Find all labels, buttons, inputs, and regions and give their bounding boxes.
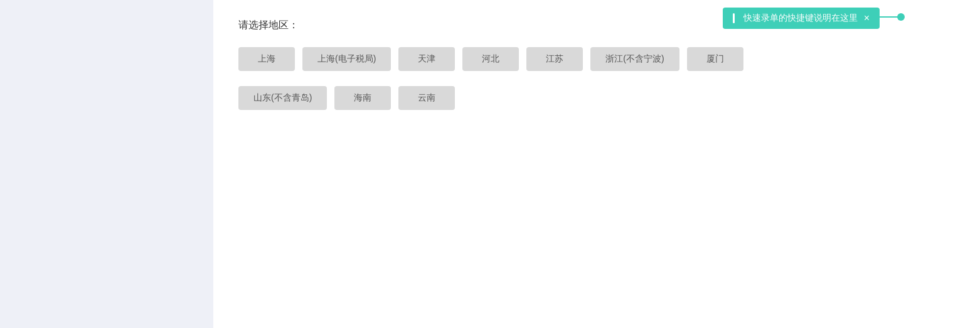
region-btn-hebei[interactable]: 河北	[462, 47, 519, 71]
region-buttons: 上海上海(电子税局)天津河北江苏浙江(不含宁波)厦门 山东(不含青岛)海南云南	[238, 47, 955, 110]
region-btn-shandong[interactable]: 山东(不含青岛)	[238, 86, 327, 110]
region-btn-zhejiang[interactable]: 浙江(不含宁波)	[590, 47, 679, 71]
tooltip-banner: 快速录单的快捷键说明在这里 ×	[723, 8, 880, 29]
region-btn-tianjin[interactable]: 天津	[398, 47, 455, 71]
tooltip-close-button[interactable]: ×	[864, 13, 870, 23]
left-sidebar	[0, 0, 213, 328]
region-btn-hainan[interactable]: 海南	[334, 86, 391, 110]
region-btn-yunnan[interactable]: 云南	[398, 86, 455, 110]
region-btn-shanghai[interactable]: 上海	[238, 47, 295, 71]
region-btn-shanghai-etax[interactable]: 上海(电子税局)	[302, 47, 391, 71]
region-row-1: 上海上海(电子税局)天津河北江苏浙江(不含宁波)厦门	[238, 47, 743, 71]
main-content: 请选择地区： 上海上海(电子税局)天津河北江苏浙江(不含宁波)厦门 山东(不含青…	[213, 0, 980, 328]
region-row-2: 山东(不含青岛)海南云南	[238, 86, 455, 110]
tooltip-dot	[897, 13, 905, 21]
region-btn-xiamen[interactable]: 厦门	[687, 47, 743, 71]
region-btn-jiangsu[interactable]: 江苏	[526, 47, 583, 71]
tooltip-text: 快速录单的快捷键说明在这里	[743, 13, 858, 24]
tooltip-line	[880, 16, 898, 18]
